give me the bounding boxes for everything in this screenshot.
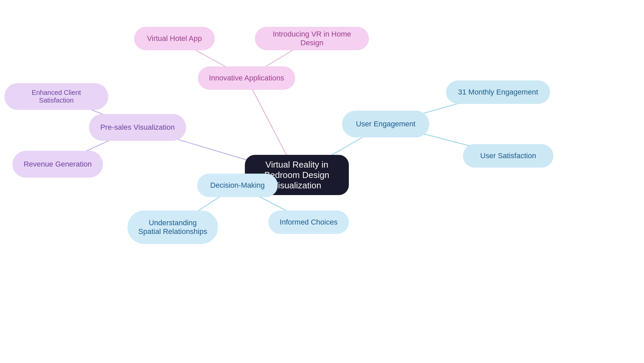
informed-choices-node[interactable]: Informed Choices	[268, 210, 349, 234]
monthly-engagement-node[interactable]: 31 Monthly Engagement	[446, 80, 550, 104]
innovative-applications-node[interactable]: Innovative Applications	[198, 66, 295, 90]
revenue-node[interactable]: Revenue Generation	[12, 151, 103, 178]
introducing-vr-node[interactable]: Introducing VR in Home Design	[255, 27, 369, 50]
spatial-relationships-node[interactable]: Understanding Spatial Relationships	[127, 210, 218, 244]
enhanced-satisfaction-node[interactable]: Enhanced Client Satisfaction	[4, 83, 108, 110]
decision-making-node[interactable]: Decision-Making	[197, 174, 278, 197]
presales-node[interactable]: Pre-sales Visualization	[89, 114, 186, 141]
user-engagement-node[interactable]: User Engagement	[342, 111, 429, 137]
user-satisfaction-node[interactable]: User Satisfaction	[463, 144, 553, 168]
virtual-hotel-node[interactable]: Virtual Hotel App	[134, 27, 215, 50]
